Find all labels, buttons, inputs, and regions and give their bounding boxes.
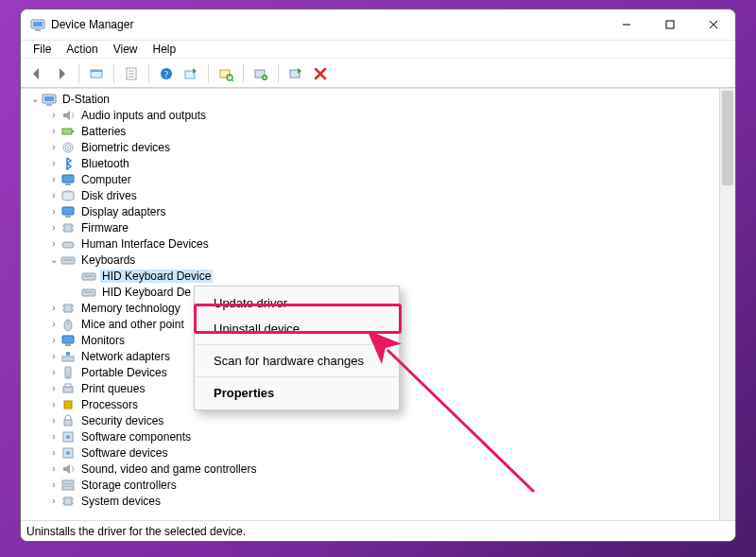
tree-category-17[interactable]: ›Security devices [26, 412, 719, 428]
chevron-down-icon[interactable]: ⌄ [47, 254, 60, 265]
chevron-right-icon[interactable]: › [47, 126, 60, 136]
chevron-right-icon[interactable]: › [47, 496, 60, 506]
chevron-right-icon[interactable]: › [47, 110, 60, 120]
uninstall-device-button[interactable] [310, 63, 331, 84]
chevron-right-icon[interactable]: › [47, 463, 60, 474]
chevron-right-icon[interactable]: › [47, 158, 60, 168]
chevron-right-icon[interactable]: › [47, 238, 60, 249]
tree-item-label: Network adapters [79, 350, 172, 363]
tree-category-0[interactable]: ›Audio inputs and outputs [26, 107, 719, 123]
tree-item-label: Display adapters [79, 205, 167, 218]
chevron-right-icon[interactable]: › [47, 383, 60, 393]
tree-category-20[interactable]: ›Sound, video and game controllers [26, 461, 719, 477]
tree-item-label: Keyboards [79, 253, 137, 267]
chevron-right-icon[interactable]: › [47, 399, 60, 409]
tree-category-5[interactable]: ›Disk drives [26, 187, 719, 203]
cpu-icon [60, 397, 76, 412]
tree-leaf-9-0[interactable]: ›HID Keyboard Device [26, 268, 719, 284]
tree-item-label: Computer [79, 173, 133, 186]
chevron-right-icon[interactable]: › [47, 319, 60, 329]
add-legacy-button[interactable] [250, 63, 271, 84]
menu-file[interactable]: File [26, 42, 58, 57]
storage-icon [60, 478, 76, 493]
tree-category-19[interactable]: ›Software devices [26, 444, 719, 461]
chevron-right-icon[interactable]: › [47, 190, 60, 200]
chevron-right-icon[interactable]: › [47, 351, 60, 361]
svg-rect-57 [65, 344, 71, 346]
keyboard-icon [60, 252, 76, 268]
chevron-right-icon[interactable]: › [47, 222, 60, 233]
svg-rect-36 [65, 216, 71, 218]
maximize-button[interactable] [648, 9, 692, 40]
ctx-update-driver[interactable]: Update driver [195, 290, 399, 316]
tree-category-22[interactable]: ›System devices [26, 493, 719, 509]
chevron-right-icon[interactable]: › [47, 335, 60, 345]
chevron-right-icon[interactable]: › [47, 479, 60, 490]
tree-item-label: Software devices [79, 446, 169, 460]
tree-category-1[interactable]: ›Batteries [26, 123, 719, 139]
pc-icon [42, 92, 57, 107]
enable-device-button[interactable] [285, 63, 306, 84]
chevron-right-icon[interactable]: › [47, 367, 60, 377]
device-manager-icon [30, 17, 45, 32]
scan-hardware-button[interactable] [215, 63, 236, 84]
svg-rect-25 [44, 96, 54, 101]
tree-item-label: Firmware [79, 221, 130, 235]
tree-root[interactable]: ⌄D-Station [26, 91, 719, 107]
tree-category-21[interactable]: ›Storage controllers [26, 477, 719, 493]
tree-category-9[interactable]: ⌄Keyboards [26, 252, 719, 268]
help-button[interactable]: ? [156, 63, 177, 84]
svg-rect-8 [91, 70, 102, 72]
tree-item-label: D-Station [60, 93, 112, 106]
chevron-right-icon[interactable]: › [47, 142, 60, 152]
monitor-icon [60, 333, 76, 348]
tree-category-6[interactable]: ›Display adapters [26, 203, 719, 219]
chip-icon [60, 301, 76, 316]
close-button[interactable] [692, 9, 735, 40]
tree-category-18[interactable]: ›Software components [26, 428, 719, 444]
tree-category-3[interactable]: ›Bluetooth [26, 155, 719, 171]
window-controls [605, 9, 735, 40]
tree-category-2[interactable]: ›Biometric devices [26, 139, 719, 155]
nav-forward-button[interactable] [51, 63, 72, 84]
vertical-scrollbar[interactable] [719, 89, 735, 520]
ctx-properties[interactable]: Properties [195, 380, 399, 406]
svg-rect-62 [63, 387, 73, 392]
svg-rect-42 [62, 242, 74, 248]
ctx-scan-hardware[interactable]: Scan for hardware changes [195, 348, 399, 374]
svg-rect-33 [65, 183, 71, 185]
show-hidden-button[interactable] [86, 63, 107, 84]
tree-item-label: Security devices [79, 414, 165, 427]
chevron-right-icon[interactable]: › [47, 447, 60, 458]
chevron-right-icon[interactable]: › [47, 174, 60, 184]
titlebar: Device Manager [21, 9, 735, 40]
menu-view[interactable]: View [107, 42, 145, 57]
update-driver-button[interactable] [180, 63, 201, 84]
scrollbar-thumb[interactable] [722, 91, 733, 185]
chevron-right-icon[interactable]: › [47, 303, 60, 313]
toolbar-separator [78, 64, 79, 83]
nav-back-button[interactable] [26, 63, 47, 84]
fingerprint-icon [60, 140, 76, 155]
tree-item-label: Bluetooth [79, 157, 131, 170]
chevron-right-icon[interactable]: › [47, 206, 60, 217]
tree-item-label: Software components [79, 430, 193, 444]
menu-help[interactable]: Help [146, 42, 183, 57]
svg-rect-2 [35, 29, 41, 31]
tree-category-4[interactable]: ›Computer [26, 171, 719, 187]
minimize-button[interactable] [605, 9, 648, 40]
chevron-down-icon[interactable]: ⌄ [28, 94, 42, 104]
keyboard-icon [81, 269, 96, 284]
ctx-uninstall-device[interactable]: Uninstall device [195, 316, 399, 341]
svg-rect-71 [62, 486, 74, 490]
chevron-right-icon[interactable]: › [47, 431, 60, 442]
menu-action[interactable]: Action [60, 42, 104, 57]
svg-rect-64 [64, 401, 72, 409]
chevron-right-icon[interactable]: › [47, 415, 60, 426]
tree-category-8[interactable]: ›Human Interface Devices [26, 235, 719, 252]
tree-category-7[interactable]: ›Firmware [26, 219, 719, 235]
svg-rect-72 [64, 497, 72, 505]
properties-button[interactable] [121, 63, 142, 84]
lock-icon [60, 413, 76, 428]
toolbar-separator [148, 64, 149, 83]
